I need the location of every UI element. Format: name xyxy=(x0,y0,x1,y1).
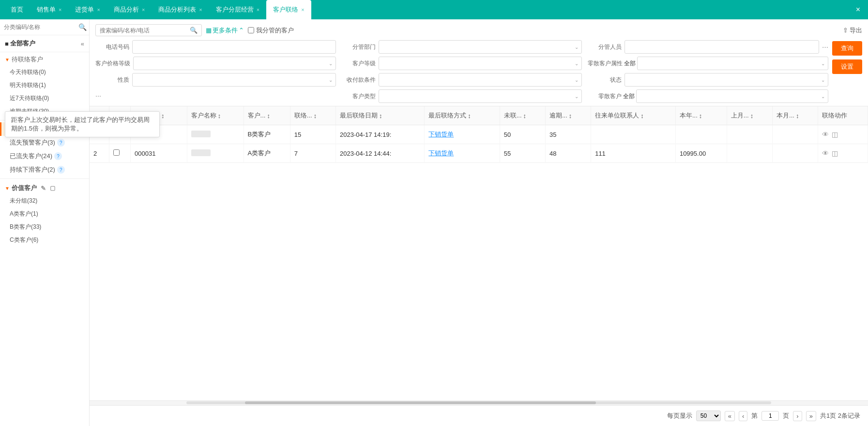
value-customers-settings-icon[interactable]: ✎ xyxy=(41,185,46,192)
nav-home[interactable]: 首页 xyxy=(4,0,30,19)
payment-select[interactable]: ⌄ xyxy=(379,73,582,87)
row1-last-method[interactable]: 下销货单 xyxy=(425,125,500,144)
sidebar-item-ungrouped[interactable]: 未分组(32) xyxy=(0,194,89,207)
customer-type-select[interactable]: ⌄ xyxy=(379,89,582,103)
nav-customer-segment-close[interactable]: × xyxy=(257,7,259,13)
col-last-month[interactable]: 上月... ↕ xyxy=(727,106,772,125)
export-button[interactable]: ⇧ 导出 xyxy=(843,26,862,35)
row2-view-icon[interactable]: 👁 xyxy=(822,149,829,157)
nav-customer-segment-label: 客户分层经营 xyxy=(216,5,254,14)
nav-customer-contact-close[interactable]: × xyxy=(301,7,304,13)
phone-label: 电话号码 xyxy=(95,43,129,51)
col-last-method[interactable]: 最后联络方式 ↕ xyxy=(425,106,500,125)
page-input[interactable] xyxy=(761,411,779,421)
col-name[interactable]: 客户名称 ↕ xyxy=(187,106,244,125)
sidebar-item-7days[interactable]: 近7天待联络(0) xyxy=(0,92,89,105)
horizontal-scrollbar[interactable] xyxy=(90,400,868,405)
row1-overdue: 35 xyxy=(545,125,591,144)
row1-contacts xyxy=(591,125,676,144)
col-this-month[interactable]: 本月... ↕ xyxy=(773,106,818,125)
retail-attr-inline: 全部 xyxy=(624,59,636,68)
nav-sales-close[interactable]: × xyxy=(59,7,61,13)
per-page-select[interactable]: 50 100 200 xyxy=(696,411,721,421)
per-page-label: 每页显示 xyxy=(667,411,692,420)
continuous-down-help-icon[interactable]: ? xyxy=(57,166,65,174)
chevron-up-icon: ⌃ xyxy=(239,27,244,34)
sidebar-item-c-class[interactable]: C类客户(6) xyxy=(0,234,89,247)
more-conditions-btn[interactable]: ▦ 更多条件 ⌃ xyxy=(206,26,244,35)
nav-purchase[interactable]: 进货单 × xyxy=(68,0,107,19)
sidebar-value-customers-group: ▼ 价值客户 ✎ ▢ xyxy=(0,181,89,194)
sidebar-item-already-lost[interactable]: 已流失客户(24) ? xyxy=(0,149,89,163)
export-icon: ⇧ xyxy=(843,27,848,34)
page-label: 第 xyxy=(751,411,758,420)
col-overdue[interactable]: 逾期... ↕ xyxy=(545,106,591,125)
main-search-input[interactable] xyxy=(100,27,190,34)
status-select[interactable]: ⌄ xyxy=(624,73,828,87)
sidebar-item-b-class[interactable]: B类客户(33) xyxy=(0,220,89,234)
customer-grade-chevron-icon: ⌄ xyxy=(575,61,579,66)
settings-button[interactable]: 设置 xyxy=(832,59,862,74)
nav-product-list-close[interactable]: × xyxy=(199,7,202,13)
nav-sales[interactable]: 销售单 × xyxy=(30,0,68,19)
col-type[interactable]: 客户... ↕ xyxy=(244,106,290,125)
lost-help-icon[interactable]: ? xyxy=(57,139,65,147)
all-customers-title[interactable]: ■ 全部客户 « xyxy=(0,35,89,52)
price-grade-select[interactable]: ⌄ xyxy=(133,57,336,70)
retail-customer-select[interactable]: ⌄ xyxy=(636,89,828,103)
dept-select[interactable]: ⌄ xyxy=(379,40,582,54)
pagination-next[interactable]: › xyxy=(793,411,802,421)
sidebar-search-input[interactable] xyxy=(4,24,76,30)
nav-product-list[interactable]: 商品分析列表 × xyxy=(152,0,209,19)
tooltip-box: 距客户上次交易时长，超过了此客户的平均交易周期的1.5倍，则视为异常。 xyxy=(5,111,160,137)
sidebar-item-lost-prediction[interactable]: 流失预警客户(3) ? xyxy=(0,136,89,149)
nav-product-analysis[interactable]: 商品分析 × xyxy=(107,0,152,19)
sidebar-item-tomorrow[interactable]: 明天待联络(1) xyxy=(0,79,89,92)
col-unlisted[interactable]: 未联... ↕ xyxy=(500,106,545,125)
retail-attr-select[interactable]: ⌄ xyxy=(637,57,828,70)
retail-customer-chevron-icon: ⌄ xyxy=(821,94,825,99)
col-contacts[interactable]: 往来单位联系人 ↕ xyxy=(591,106,676,125)
nav-product-analysis-close[interactable]: × xyxy=(142,7,145,13)
pagination-prev[interactable]: ‹ xyxy=(739,411,747,421)
customer-grade-select[interactable]: ⌄ xyxy=(379,57,582,70)
collapse-icon[interactable]: « xyxy=(81,40,84,47)
col-contact-count[interactable]: 联络... ↕ xyxy=(290,106,335,125)
col-last-date[interactable]: 最后联络日期 ↕ xyxy=(336,106,425,125)
already-lost-help-icon[interactable]: ? xyxy=(54,152,62,160)
col-this-year[interactable]: 本年... ↕ xyxy=(675,106,727,125)
sidebar-item-continuous-down[interactable]: 持续下滑客户(2) ? xyxy=(0,163,89,176)
row2-last-method[interactable]: 下销货单 xyxy=(425,144,500,163)
row2-grid-icon[interactable]: ◫ xyxy=(832,149,838,157)
sidebar-search-icon[interactable]: 🔍 xyxy=(78,23,87,31)
my-customers-checkbox[interactable] xyxy=(248,27,254,33)
top-navigation: 首页 销售单 × 进货单 × 商品分析 × 商品分析列表 × 客户分层经营 × … xyxy=(0,0,868,19)
person-label: 分管人员 xyxy=(588,43,622,51)
customer-type-label: 客户类型 xyxy=(342,92,376,101)
query-button[interactable]: 查询 xyxy=(832,41,862,56)
person-more-icon[interactable]: ⋯ xyxy=(822,44,828,51)
nav-product-list-label: 商品分析列表 xyxy=(158,5,196,14)
pagination-next-last[interactable]: » xyxy=(806,411,816,421)
window-close-button[interactable]: × xyxy=(852,5,864,14)
row2-overdue: 48 xyxy=(545,144,591,163)
sidebar-item-a-class[interactable]: A类客户(1) xyxy=(0,207,89,220)
main-search-icon[interactable]: 🔍 xyxy=(190,27,198,34)
more-filter-dots[interactable]: ⋯ xyxy=(95,93,101,100)
sidebar-search-area: 🔍 xyxy=(0,19,89,35)
row2-checkbox[interactable] xyxy=(109,144,131,163)
phone-input[interactable] xyxy=(132,40,336,54)
nav-purchase-close[interactable]: × xyxy=(97,7,100,13)
person-input[interactable] xyxy=(624,40,819,54)
filter-icon: ▦ xyxy=(206,27,212,34)
row1-view-icon[interactable]: 👁 xyxy=(822,131,829,138)
my-customers-checkbox-area: 我分管的客户 xyxy=(248,26,294,35)
nav-customer-contact[interactable]: 客户联络 × xyxy=(266,0,311,19)
row1-this-month xyxy=(773,125,818,144)
nature-select[interactable]: ⌄ xyxy=(132,73,336,87)
sidebar-item-today[interactable]: 今天待联络(0) xyxy=(0,66,89,79)
pagination-prev-first[interactable]: « xyxy=(725,411,735,421)
row1-grid-icon[interactable]: ◫ xyxy=(832,131,838,138)
value-customers-edit-icon[interactable]: ▢ xyxy=(50,185,55,191)
nav-customer-segment[interactable]: 客户分层经营 × xyxy=(209,0,266,19)
